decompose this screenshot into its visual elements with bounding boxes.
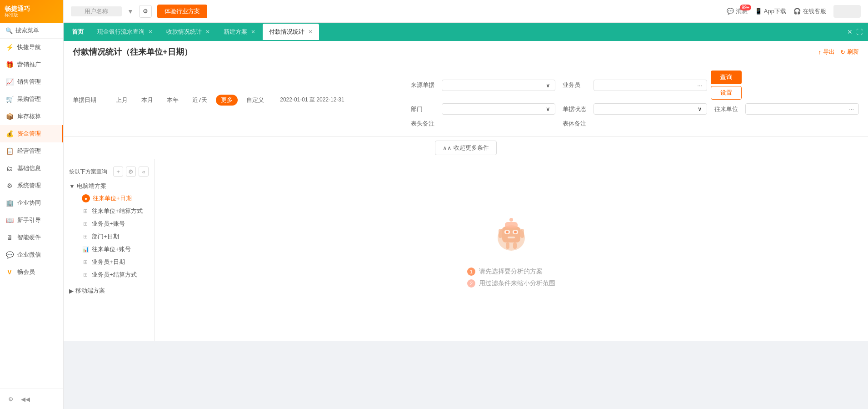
dept-select[interactable]: ∨ xyxy=(442,103,555,115)
online-service-label: 在线客服 xyxy=(803,7,826,15)
collapse-sidebar-icon[interactable]: ◀◀ xyxy=(20,394,31,404)
scheme-salesman-settle[interactable]: ⊞ 业务员+结算方式 xyxy=(69,268,149,281)
date-option-custom[interactable]: 自定义 xyxy=(241,95,269,106)
sidebar-item-system[interactable]: ⚙ 系统管理 xyxy=(0,177,63,194)
close-all-tabs-icon[interactable]: ✕ xyxy=(847,28,853,35)
left-panel-header: 按以下方案查询 + ⚙ « xyxy=(64,164,154,179)
sidebar-item-label: 基础信息 xyxy=(17,164,41,172)
doc-status-select[interactable]: ∨ xyxy=(594,103,707,115)
ellipsis-icon2: ··· xyxy=(849,106,854,112)
date-option-last-month[interactable]: 上月 xyxy=(111,95,133,106)
tab-close-receipt-stats[interactable]: ✕ xyxy=(205,29,210,35)
sidebar-search[interactable]: 🔍 搜索菜单 xyxy=(0,23,63,39)
svg-point-12 xyxy=(509,218,513,222)
sidebar-item-label: 快捷导航 xyxy=(17,43,41,51)
empty-illustration xyxy=(489,213,534,258)
ellipsis-icon: ··· xyxy=(697,82,702,89)
scheme-label: 往来单位+结算方式 xyxy=(92,207,143,215)
scheme-settings-icon[interactable]: ⚙ xyxy=(126,167,136,177)
collapse-more-conditions-button[interactable]: ∧∧ 收起更多条件 xyxy=(435,141,497,155)
sidebar-item-guide[interactable]: 📖 新手引导 xyxy=(0,212,63,229)
refresh-button[interactable]: ↻ 刷新 xyxy=(840,48,859,56)
tab-close-new-scheme[interactable]: ✕ xyxy=(251,29,255,35)
sidebar-header: 畅捷通巧 标准版 xyxy=(0,0,63,23)
tab-new-scheme[interactable]: 新建方案 ✕ xyxy=(217,24,262,40)
tab-cash-flow[interactable]: 现金银行流水查询 ✕ xyxy=(91,24,159,40)
marketing-icon: 🎁 xyxy=(5,61,14,69)
header-settings-btn[interactable]: ⚙ xyxy=(139,5,152,18)
settings-button[interactable]: 设置 xyxy=(711,86,742,100)
scheme-label: 业务员+账号 xyxy=(92,220,125,228)
table-body-note-input[interactable] xyxy=(594,118,707,129)
scheme-counterpart-settle[interactable]: ⊞ 往来单位+结算方式 xyxy=(69,205,149,217)
table-header-note-input[interactable] xyxy=(442,118,555,129)
date-option-more[interactable]: 更多 xyxy=(216,95,238,106)
tab-home[interactable]: 首页 xyxy=(65,24,90,40)
collapse-panel-icon[interactable]: « xyxy=(139,167,149,177)
sidebar-item-quick-nav[interactable]: ⚡ 快捷导航 xyxy=(0,39,63,56)
add-scheme-icon[interactable]: + xyxy=(113,167,123,177)
settings-footer-icon[interactable]: ⚙ xyxy=(5,394,16,404)
notification-btn[interactable]: 💬 消息 99+ xyxy=(727,7,748,15)
sidebar-item-label: 营销推广 xyxy=(17,61,41,69)
sidebar-item-inventory[interactable]: 📦 库存核算 xyxy=(0,108,63,125)
chevron-down-icon3: ∨ xyxy=(698,106,702,112)
empty-tips: 1 请先选择要分析的方案 2 用过滤条件来缩小分析范围 xyxy=(467,268,555,288)
tip-number-1: 1 xyxy=(467,268,475,276)
svg-point-5 xyxy=(514,231,517,233)
source-doc-select[interactable]: ∨ xyxy=(442,80,555,91)
date-option-this-month[interactable]: 本月 xyxy=(136,95,158,106)
salesman-select[interactable]: ··· xyxy=(594,80,707,91)
expand-icon[interactable]: ⛶ xyxy=(856,28,863,35)
user-avatar[interactable] xyxy=(833,5,861,18)
sidebar-footer: ⚙ ◀◀ xyxy=(0,389,63,409)
basic-info-icon: 🗂 xyxy=(5,164,14,172)
query-button[interactable]: 查询 xyxy=(711,71,742,84)
tab-payment-stats[interactable]: 付款情况统计 ✕ xyxy=(263,24,319,40)
sidebar-item-capital[interactable]: 💰 资金管理 xyxy=(0,125,63,142)
sidebar-item-label: 畅会员 xyxy=(17,268,35,276)
filter-counterpart-label: 往来单位 xyxy=(714,105,742,113)
sidebar-item-basic-info[interactable]: 🗂 基础信息 xyxy=(0,160,63,177)
sidebar-item-hardware[interactable]: 🖥 智能硬件 xyxy=(0,229,63,246)
sidebar-item-sales[interactable]: 📈 销售管理 xyxy=(0,73,63,91)
tip-text-2: 用过滤条件来缩小分析范围 xyxy=(479,279,555,288)
sidebar-item-vip[interactable]: V 畅会员 xyxy=(0,263,63,281)
svg-rect-11 xyxy=(505,222,518,228)
scheme-label: 往来单位+账号 xyxy=(92,245,131,253)
sidebar-item-enterprise[interactable]: 🏢 企业协同 xyxy=(0,194,63,212)
sidebar-item-label: 系统管理 xyxy=(17,182,41,190)
scheme-salesman-date[interactable]: ⊞ 业务员+日期 xyxy=(69,256,149,268)
date-option-this-year[interactable]: 本年 xyxy=(162,95,184,106)
mobile-category-title[interactable]: ▶ 移动端方案 xyxy=(69,287,149,295)
scheme-salesman-account[interactable]: ⊞ 业务员+账号 xyxy=(69,217,149,230)
scheme-label: 业务员+日期 xyxy=(92,258,125,266)
scheme-counterpart-account[interactable]: 📊 往来单位+账号 xyxy=(69,243,149,256)
enterprise-icon: 🏢 xyxy=(5,199,14,207)
sidebar-item-wechat[interactable]: 💬 企业微信 xyxy=(0,246,63,263)
export-button[interactable]: ↑ 导出 xyxy=(818,48,835,56)
scheme-grid-icon3: ⊞ xyxy=(82,233,89,240)
scheme-counterpart-date[interactable]: ● 往来单位+日期 xyxy=(69,192,149,205)
page-header: 付款情况统计（往来单位+日期） ↑ 导出 ↻ 刷新 xyxy=(64,41,868,63)
tab-close-payment-stats[interactable]: ✕ xyxy=(308,29,313,35)
capital-icon: 💰 xyxy=(5,130,14,138)
header-chevron-down[interactable]: ▼ xyxy=(127,8,134,15)
scheme-label: 部门+日期 xyxy=(92,232,119,241)
sidebar-item-purchase[interactable]: 🛒 采购管理 xyxy=(0,91,63,108)
tab-receipt-stats[interactable]: 收款情况统计 ✕ xyxy=(160,24,216,40)
sidebar-item-operation[interactable]: 📋 经营管理 xyxy=(0,142,63,160)
date-option-7days[interactable]: 近7天 xyxy=(187,95,212,106)
scheme-dept-date[interactable]: ⊞ 部门+日期 xyxy=(69,230,149,243)
filter-doc-status-label: 单据状态 xyxy=(563,105,590,113)
trial-industry-button[interactable]: 体验行业方案 xyxy=(157,5,207,18)
left-panel: 按以下方案查询 + ⚙ « ▼ 电脑端方案 ● 往来单位+日期 xyxy=(64,159,155,341)
pc-category-title[interactable]: ▼ 电脑端方案 xyxy=(69,182,149,190)
counterpart-select[interactable]: ··· xyxy=(745,103,859,115)
online-service-btn[interactable]: 🎧 在线客服 xyxy=(793,7,826,15)
top-header: 用户名称 ▼ ⚙ 体验行业方案 💬 消息 99+ 📱 App下载 🎧 在线客服 xyxy=(64,0,868,23)
vip-icon: V xyxy=(5,268,14,276)
tab-close-cash-flow[interactable]: ✕ xyxy=(148,29,153,35)
app-download-btn[interactable]: 📱 App下载 xyxy=(755,7,786,15)
sidebar-item-marketing[interactable]: 🎁 营销推广 xyxy=(0,56,63,73)
